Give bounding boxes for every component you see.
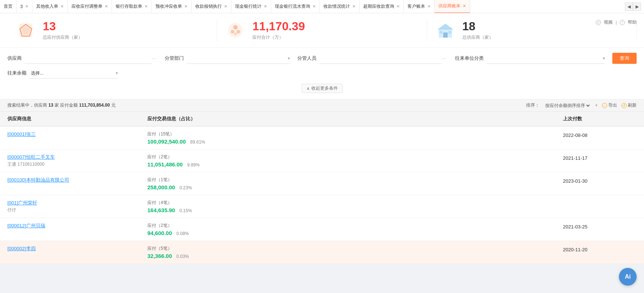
balance-chevron-icon: ▾ bbox=[116, 70, 118, 76]
export-button[interactable]: ○ 导出 bbox=[602, 102, 617, 108]
video-link[interactable]: 视频 bbox=[604, 19, 613, 25]
supplier-contact: 仔仔 bbox=[7, 207, 147, 213]
nav-tab-cash-bank-stat[interactable]: 现金银行统计 ✕ bbox=[231, 0, 271, 13]
total-suppliers-label: 总供应商（家） bbox=[462, 34, 493, 41]
dept-label: 分管部门 bbox=[165, 55, 184, 62]
table-row[interactable]: [001]广州荣轩 仔仔 应付（4笔） 164,635.90 0.15% bbox=[0, 195, 644, 218]
tab-close-icon[interactable]: ✕ bbox=[396, 4, 400, 9]
tab-close-icon[interactable]: ✕ bbox=[463, 4, 466, 8]
tab-label: 银行存取款单 bbox=[116, 3, 142, 10]
transaction-col: 应付（15笔） 100,092,540.00 89.61% bbox=[147, 131, 563, 145]
tab-close-icon[interactable]: ✕ bbox=[352, 4, 356, 9]
tx-amount: 164,635.90 bbox=[147, 207, 175, 213]
svg-rect-11 bbox=[440, 31, 442, 34]
tab-close-icon[interactable]: ✕ bbox=[25, 4, 28, 9]
table-row[interactable]: [000100]本特勤油品有限公司 应付（1笔） 258,000.00 0.23… bbox=[0, 172, 644, 195]
tab-close-icon[interactable]: ✕ bbox=[184, 4, 188, 9]
svg-rect-10 bbox=[443, 32, 448, 38]
tab-close-icon[interactable]: ✕ bbox=[312, 4, 316, 9]
tab-label: 现金银行统计 bbox=[235, 3, 262, 10]
nav-tab-prepay-offset[interactable]: 预收冲应收单 ✕ bbox=[152, 0, 192, 13]
nav-scroll-arrows: ◀ ▶ bbox=[622, 3, 644, 11]
svg-point-6 bbox=[237, 30, 240, 34]
tab-close-icon[interactable]: ✕ bbox=[60, 4, 64, 9]
nav-tab-cash-bank-flow[interactable]: 现金银行流水查询 ✕ bbox=[271, 0, 320, 13]
grain-icon bbox=[224, 19, 246, 41]
category-select[interactable] bbox=[487, 53, 603, 63]
table-row[interactable]: [000012]广州贝瑞 应付（2笔） 94,600.00 0.08% 2021… bbox=[0, 218, 644, 241]
svg-point-5 bbox=[231, 30, 234, 34]
person-label: 分管人员 bbox=[297, 55, 316, 62]
dept-chevron-icon: ▾ bbox=[288, 56, 290, 61]
supplier-info-col: [001]广州荣轩 仔仔 bbox=[7, 200, 147, 213]
table-row[interactable]: [000001]张三 应付（15笔） 100,092,540.00 89.61%… bbox=[0, 127, 644, 149]
supplier-info-col: [000012]广州贝瑞 bbox=[7, 223, 147, 229]
tx-amount: 100,092,540.00 bbox=[147, 138, 186, 145]
tab-label: 应收应付调整单 bbox=[71, 3, 102, 10]
supplier-info-col: [000007]恒旺二手叉车 王通 17106110000 bbox=[7, 154, 147, 168]
supplier-link[interactable]: [000100]本特勤油品有限公司 bbox=[7, 177, 147, 183]
nav-tab-other-income[interactable]: 其他收入单 ✕ bbox=[32, 0, 68, 13]
supplier-link[interactable]: [001]广州荣轩 bbox=[7, 200, 147, 206]
balance-select[interactable]: 选择... bbox=[29, 68, 116, 78]
tx-amount: 258,000.00 bbox=[147, 184, 175, 190]
lastpay-col: 2022-08-08 bbox=[563, 131, 637, 138]
supplier-link[interactable]: [000002]李四 bbox=[7, 245, 147, 252]
nav-tab-home[interactable]: 首页 bbox=[0, 0, 17, 13]
tab-label: 收款情况统计 bbox=[323, 3, 350, 10]
help-link[interactable]: 帮助 bbox=[628, 19, 637, 25]
person-input[interactable] bbox=[319, 53, 442, 64]
chevron-down-sort-icon: ▾ bbox=[595, 103, 598, 108]
nav-tab-overdue-ar[interactable]: 超期应收款查询 ✕ bbox=[360, 0, 404, 13]
data-table: 供应商信息 应付交易信息（占比） 上次付数 [000001]张三 应付（15笔）… bbox=[0, 112, 644, 264]
supplier-dots[interactable]: ··· bbox=[152, 55, 156, 61]
category-chevron-icon: ▾ bbox=[603, 56, 605, 61]
nav-tab-3[interactable]: 3 ✕ bbox=[17, 0, 32, 13]
nav-tab-bank-deposit[interactable]: 银行存取款单 ✕ bbox=[112, 0, 152, 13]
dept-select-wrap: ▾ bbox=[187, 53, 290, 64]
result-bar: 搜索结果中，供应商 13 家 应付金额 111,703,854.00 元 排序：… bbox=[0, 99, 644, 112]
nav-tab-collection-verify[interactable]: 收款核销执行 ✕ bbox=[192, 0, 231, 13]
total-amount: 111,703,854.00 bbox=[79, 103, 110, 108]
nav-tab-supplier-ledger[interactable]: 供应商账本 ✕ bbox=[435, 0, 470, 13]
tab-label: 供应商账本 bbox=[438, 3, 461, 9]
table-row[interactable]: [000007]恒旺二手叉车 王通 17106110000 应付（2笔） 11,… bbox=[0, 149, 644, 172]
transaction-col: 应付（2笔） 11,051,486.00 9.89% bbox=[147, 154, 563, 168]
refresh-button[interactable]: ↺ 刷新 bbox=[622, 102, 637, 108]
tab-close-icon[interactable]: ✕ bbox=[144, 4, 148, 9]
nav-tab-customer-ledger[interactable]: 客户账本 ✕ bbox=[404, 0, 435, 13]
tab-close-icon[interactable]: ✕ bbox=[427, 4, 431, 9]
top-navigation: 首页 3 ✕ 其他收入单 ✕ 应收应付调整单 ✕ 银行存取款单 ✕ 预收冲应收单… bbox=[0, 0, 644, 13]
nav-next-arrow[interactable]: ▶ bbox=[633, 3, 641, 11]
supplier-link[interactable]: [000012]广州贝瑞 bbox=[7, 223, 147, 229]
tab-close-icon[interactable]: ✕ bbox=[224, 4, 227, 9]
filter-supplier: 供应商 ··· bbox=[7, 53, 157, 64]
supplier-link[interactable]: [000007]恒旺二手叉车 bbox=[7, 154, 147, 161]
transaction-col: 应付（4笔） 164,635.90 0.15% bbox=[147, 200, 563, 213]
search-button[interactable]: 查询 bbox=[612, 53, 637, 64]
person-dots[interactable]: ··· bbox=[442, 55, 446, 61]
summary-bar: 13 总应付供应商（家） 11,170.39 应付合计（万） bbox=[0, 13, 644, 48]
nav-tab-ar-ap-adjust[interactable]: 应收应付调整单 ✕ bbox=[68, 0, 112, 13]
nav-tab-collection-stat[interactable]: 收款情况统计 ✕ bbox=[320, 0, 360, 13]
sort-label: 排序： bbox=[526, 102, 539, 108]
svg-marker-9 bbox=[437, 24, 454, 30]
th-lastpay: 上次付数 bbox=[563, 116, 637, 122]
nav-prev-arrow[interactable]: ◀ bbox=[625, 3, 633, 11]
tab-label: 首页 bbox=[4, 3, 13, 10]
supplier-input[interactable] bbox=[25, 53, 152, 64]
total-suppliers-count: 18 bbox=[462, 20, 493, 33]
top-right-links: ⊙ 视频 | ? 帮助 bbox=[596, 19, 637, 25]
lastpay-col: 2023-01-30 bbox=[563, 177, 637, 184]
svg-rect-12 bbox=[448, 31, 451, 34]
sort-select[interactable]: 按应付余额倒序排序 bbox=[544, 103, 591, 108]
tab-close-icon[interactable]: ✕ bbox=[264, 4, 267, 9]
table-row[interactable]: [000002]李四 应付（5笔） 32,366.00 0.03% 2020-1… bbox=[0, 241, 644, 264]
dept-select[interactable] bbox=[187, 53, 288, 63]
supplier-link[interactable]: [000001]张三 bbox=[7, 131, 147, 138]
filter-dept: 分管部门 ▾ bbox=[157, 53, 290, 64]
collapse-button[interactable]: ∧ 收起更多条件 bbox=[302, 84, 343, 93]
supplier-contact: 王通 17106110000 bbox=[7, 161, 147, 168]
tab-close-icon[interactable]: ✕ bbox=[105, 4, 108, 9]
refresh-icon: ↺ bbox=[622, 103, 627, 108]
